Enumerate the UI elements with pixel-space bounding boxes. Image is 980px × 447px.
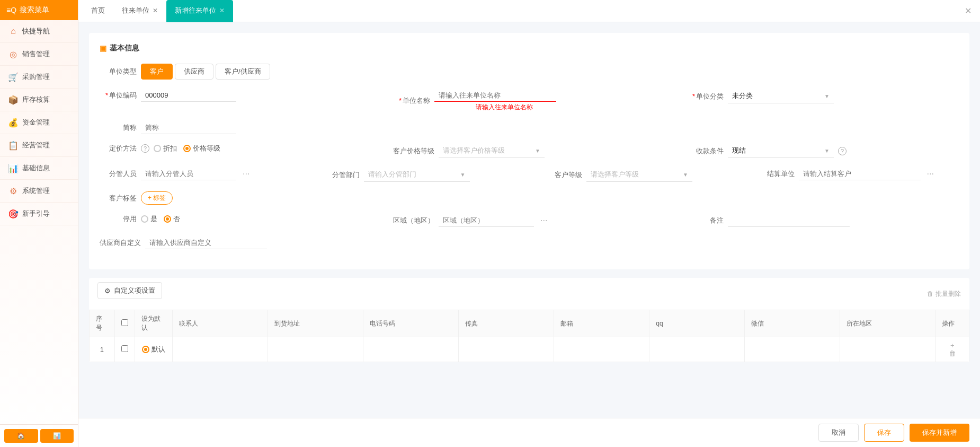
tab-home-label: 首页: [91, 6, 105, 15]
row-delete-button[interactable]: 🗑: [949, 349, 956, 357]
row-email-input[interactable]: [560, 346, 643, 354]
row-qq-input[interactable]: [656, 346, 738, 354]
name-input[interactable]: [434, 89, 556, 102]
disabled-yes-option[interactable]: 是: [141, 214, 157, 224]
remark-label: 备注: [687, 216, 724, 225]
add-tag-button[interactable]: + 标签: [141, 191, 173, 205]
home-icon: ⌂: [8, 27, 18, 36]
row-region-input[interactable]: [847, 346, 929, 354]
basic-info-section: ▣ 基本信息 单位类型 客户 供应商 客户/供应商 *单位编码: [89, 33, 969, 269]
row-default-label: 默认: [152, 345, 165, 354]
custom-settings-button[interactable]: ⚙ 自定义项设置: [97, 282, 162, 299]
region-more-button[interactable]: ···: [538, 216, 549, 225]
unit-type-both[interactable]: 客户/供应商: [216, 64, 270, 80]
row-default-cell: 默认: [135, 337, 172, 362]
batch-delete-button[interactable]: 🗑 批量删除: [927, 282, 961, 305]
save-button[interactable]: 保存: [864, 424, 904, 442]
pricing-discount-label: 折扣: [163, 144, 177, 153]
row-address-input[interactable]: [274, 346, 357, 354]
pricing-field: 定价方法 ? 折扣 价格等级: [100, 144, 372, 153]
settlement-more-button[interactable]: ···: [925, 169, 936, 179]
sidebar-item-label: 资金管理: [22, 118, 50, 127]
settlement-input[interactable]: [799, 168, 921, 180]
remark-input[interactable]: [728, 214, 850, 227]
sidebar-item-finance[interactable]: 💰 资金管理: [0, 111, 78, 134]
sidebar-item-operations[interactable]: 📋 经营管理: [0, 134, 78, 157]
short-name-input[interactable]: [141, 121, 236, 134]
region-input[interactable]: [439, 214, 534, 227]
unit-type-field: 单位类型 客户 供应商 客户/供应商: [100, 64, 959, 80]
sidebar-home-button[interactable]: 🏠: [4, 429, 38, 443]
disabled-no-option[interactable]: 否: [164, 214, 180, 224]
sidebar-item-label: 系统管理: [22, 186, 50, 196]
tab-new-partner[interactable]: 新增往来单位 ✕: [166, 0, 233, 22]
sidebar-item-label: 库存核算: [22, 95, 50, 104]
manager-field: 分管人员 ···: [100, 168, 301, 180]
row-checkbox[interactable]: [121, 345, 128, 352]
sidebar-search-label: 搜索菜单: [20, 5, 49, 15]
tab-partners-close[interactable]: ✕: [153, 7, 158, 14]
disabled-label: 停用: [100, 214, 137, 224]
payment-select[interactable]: 现结 ▼: [728, 144, 834, 158]
sidebar-search[interactable]: ≡Q 搜索菜单: [0, 0, 78, 20]
row-contact-input[interactable]: [179, 346, 261, 354]
customer-level-label: 客户等级: [545, 170, 582, 180]
row-add-button[interactable]: +: [950, 341, 955, 349]
pricing-help-icon[interactable]: ?: [141, 144, 149, 153]
unit-type-supplier[interactable]: 供应商: [175, 64, 213, 80]
customer-level-select[interactable]: 请选择客户等级 ▼: [586, 168, 692, 182]
row-address: [268, 337, 363, 362]
chevron-down-icon4: ▼: [460, 172, 466, 178]
remark-field: 备注: [687, 214, 959, 227]
sidebar-item-basic-info[interactable]: 📊 基础信息: [0, 157, 78, 180]
sidebar-item-quick-nav[interactable]: ⌂ 快捷导航: [0, 20, 78, 43]
customer-price-select[interactable]: 请选择客户价格等级 ▼: [439, 144, 545, 158]
manager-input[interactable]: [141, 168, 236, 180]
row-default-radio: [142, 346, 149, 353]
tab-partners[interactable]: 往来单位 ✕: [113, 0, 166, 22]
sidebar-item-guide[interactable]: 🎯 新手引导: [0, 203, 78, 225]
short-name-field: 简称: [100, 121, 959, 134]
name-field: *单位名称 请输入往来单位名称: [393, 89, 665, 112]
row-phone-input[interactable]: [370, 346, 452, 354]
cancel-button[interactable]: 取消: [818, 424, 859, 442]
window-close-button[interactable]: ✕: [960, 6, 976, 16]
tab-new-partner-close[interactable]: ✕: [219, 7, 225, 14]
col-num: 序号: [90, 310, 115, 337]
row-fax-input[interactable]: [465, 346, 547, 354]
disabled-field: 停用 是 否: [100, 214, 372, 224]
category-select[interactable]: 未分类 ▼: [728, 89, 834, 103]
payment-help-icon[interactable]: ?: [838, 147, 847, 155]
pricing-discount-radio: [154, 145, 161, 152]
code-input[interactable]: [141, 89, 236, 102]
table-body: 1 默认: [90, 337, 969, 362]
col-checkbox[interactable]: [114, 310, 135, 337]
main-area: 首页 往来单位 ✕ 新增往来单位 ✕ ✕ ▣ 基本信息 单位类型 客户: [78, 0, 980, 447]
pricing-discount-option[interactable]: 折扣: [154, 144, 177, 153]
select-all-checkbox[interactable]: [121, 319, 128, 326]
sidebar-item-label: 经营管理: [22, 141, 50, 150]
sidebar-item-purchase[interactable]: 🛒 采购管理: [0, 66, 78, 89]
custom-settings-label: 自定义项设置: [114, 286, 155, 295]
manager-more-button[interactable]: ···: [240, 169, 252, 179]
sidebar-item-label: 基础信息: [22, 163, 50, 173]
sidebar-stats-button[interactable]: 📊: [40, 429, 74, 443]
tab-partners-label: 往来单位: [122, 6, 149, 15]
sidebar-item-system[interactable]: ⚙ 系统管理: [0, 180, 78, 203]
unit-type-customer[interactable]: 客户: [141, 64, 173, 80]
row-wechat-input[interactable]: [751, 346, 833, 354]
pricing-level-option[interactable]: 价格等级: [183, 144, 220, 153]
sidebar-item-inventory[interactable]: 📦 库存核算: [0, 89, 78, 111]
col-wechat: 微信: [745, 310, 840, 337]
tab-home[interactable]: 首页: [83, 0, 113, 22]
supplier-custom-input[interactable]: [145, 236, 267, 249]
customer-level-field: 客户等级 请选择客户等级 ▼: [545, 168, 747, 182]
row-default-radio-item[interactable]: 默认: [141, 345, 166, 354]
row-num: 1: [90, 337, 115, 362]
dept-select[interactable]: 请输入分管部门 ▼: [364, 168, 470, 182]
sidebar-item-sales[interactable]: ◎ 销售管理: [0, 43, 78, 66]
row-email: [554, 337, 649, 362]
save-and-new-button[interactable]: 保存并新增: [910, 424, 969, 442]
category-field: *单位分类 未分类 ▼: [687, 89, 959, 103]
disabled-radio-group: 是 否: [141, 214, 180, 224]
